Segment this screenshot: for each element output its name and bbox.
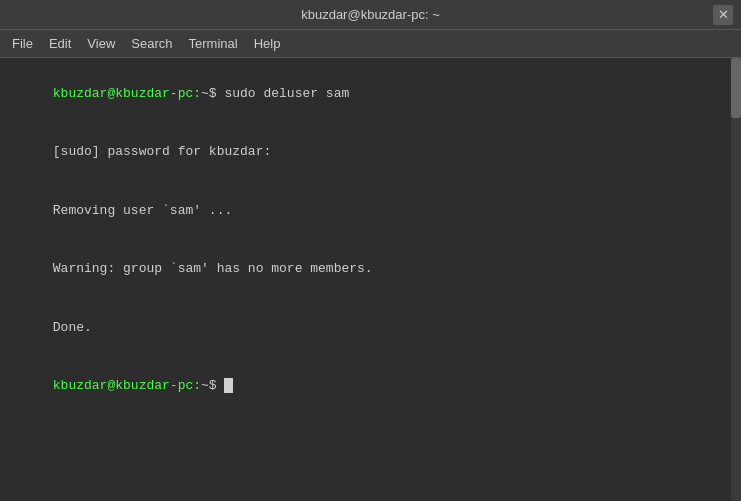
prompt-suffix-1: ~$	[201, 86, 224, 101]
close-button[interactable]: ✕	[713, 5, 733, 25]
scrollbar-thumb[interactable]	[731, 58, 741, 118]
terminal-line-6: kbuzdar@kbuzdar-pc:~$	[6, 357, 735, 416]
terminal-window: kbuzdar@kbuzdar-pc: ~ ✕ File Edit View S…	[0, 0, 741, 501]
terminal-area[interactable]: kbuzdar@kbuzdar-pc:~$ sudo deluser sam […	[0, 58, 741, 501]
prompt-user-6: kbuzdar@kbuzdar-pc:	[53, 378, 201, 393]
scrollbar[interactable]	[731, 58, 741, 501]
terminal-line-2: [sudo] password for kbuzdar:	[6, 123, 735, 182]
output-4: Warning: group `sam' has no more members…	[53, 261, 373, 276]
terminal-line-3: Removing user `sam' ...	[6, 181, 735, 240]
title-bar: kbuzdar@kbuzdar-pc: ~ ✕	[0, 0, 741, 30]
cursor	[224, 378, 233, 393]
terminal-line-4: Warning: group `sam' has no more members…	[6, 240, 735, 299]
prompt-suffix-6: ~$	[201, 378, 224, 393]
window-title: kbuzdar@kbuzdar-pc: ~	[301, 7, 440, 22]
prompt-user-1: kbuzdar@kbuzdar-pc:	[53, 86, 201, 101]
menu-edit[interactable]: Edit	[41, 33, 79, 54]
menu-search[interactable]: Search	[123, 33, 180, 54]
output-3: Removing user `sam' ...	[53, 203, 232, 218]
menu-file[interactable]: File	[4, 33, 41, 54]
menu-terminal[interactable]: Terminal	[181, 33, 246, 54]
menu-help[interactable]: Help	[246, 33, 289, 54]
menu-bar: File Edit View Search Terminal Help	[0, 30, 741, 58]
output-5: Done.	[53, 320, 92, 335]
command-1: sudo deluser sam	[224, 86, 349, 101]
terminal-line-1: kbuzdar@kbuzdar-pc:~$ sudo deluser sam	[6, 64, 735, 123]
terminal-line-5: Done.	[6, 298, 735, 357]
menu-view[interactable]: View	[79, 33, 123, 54]
output-2: [sudo] password for kbuzdar:	[53, 144, 271, 159]
